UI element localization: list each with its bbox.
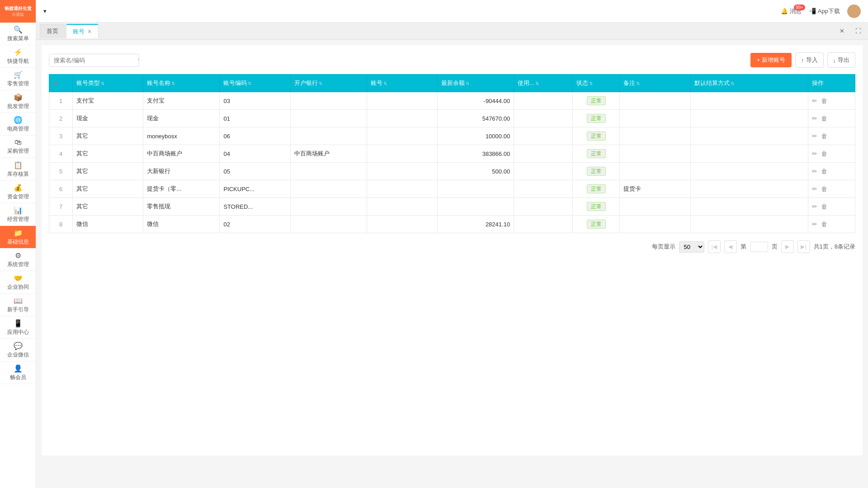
row-bank (290, 198, 367, 216)
row-status: 正常 (573, 145, 620, 163)
retail-icon: 🛒 (14, 70, 23, 79)
header-right: 🔔 消息 99+ 📲 App下载 (781, 5, 861, 18)
status-badge: 正常 (587, 220, 606, 229)
last-page-button[interactable]: ▶| (797, 240, 810, 253)
row-usage (514, 92, 573, 110)
message-button[interactable]: 🔔 消息 99+ (781, 7, 802, 15)
row-name: 中百商场账户 (143, 145, 220, 163)
row-settlement (690, 198, 808, 216)
tab-close-all-button[interactable]: ✕ (835, 25, 848, 38)
col-balance[interactable]: 最新余额⇅ (437, 75, 514, 92)
sidebar-item-enterprise-agreement[interactable]: 🤝 企业协同 (0, 271, 36, 294)
delete-icon[interactable]: 🗑 (821, 168, 827, 175)
sidebar-item-label: 搜索菜单 (7, 35, 29, 42)
col-bank[interactable]: 开户银行⇅ (290, 75, 367, 92)
edit-icon[interactable]: ✏ (812, 97, 817, 104)
sidebar-item-finance-mgmt[interactable]: 💰 资金管理 (0, 181, 36, 203)
row-balance: -90444.00 (437, 92, 514, 110)
page-label-prefix: 第 (741, 243, 746, 251)
row-balance (437, 180, 514, 198)
row-bank (290, 216, 367, 233)
tab-close-icon[interactable]: ✕ (87, 28, 92, 35)
export-button[interactable]: ↓ 导出 (827, 52, 856, 68)
col-account[interactable]: 账号⇅ (367, 75, 437, 92)
delete-icon[interactable]: 🗑 (821, 185, 827, 192)
col-code[interactable]: 账号编码⇅ (220, 75, 290, 92)
sidebar-item-search-menu[interactable]: 🔍 搜索菜单 (0, 23, 36, 45)
tab-expand-button[interactable]: ⛶ (852, 25, 864, 38)
col-remark[interactable]: 备注⇅ (620, 75, 690, 92)
export-icon: ↓ (833, 57, 836, 64)
row-remark (620, 110, 690, 127)
edit-icon[interactable]: ✏ (812, 185, 817, 192)
delete-icon[interactable]: 🗑 (821, 203, 827, 210)
sidebar-item-inventory-mgmt[interactable]: 📋 库存核算 (0, 158, 36, 181)
delete-icon[interactable]: 🗑 (821, 115, 827, 122)
page-size-select[interactable]: 50 20 100 (679, 241, 704, 253)
row-actions: ✏ 🗑 (808, 198, 855, 216)
edit-icon[interactable]: ✏ (812, 150, 817, 157)
user-avatar[interactable] (847, 5, 861, 18)
search-icon[interactable]: 🔍 (134, 54, 139, 66)
delete-icon[interactable]: 🗑 (821, 132, 827, 140)
col-status[interactable]: 状态⇅ (573, 75, 620, 92)
delete-icon[interactable]: 🗑 (821, 221, 827, 228)
row-name: 零售抵现 (143, 198, 220, 216)
col-name[interactable]: 账号名称⇅ (143, 75, 220, 92)
edit-icon[interactable]: ✏ (812, 132, 817, 140)
row-status: 正常 (573, 198, 620, 216)
sidebar-item-quick-nav[interactable]: ⚡ 快捷导航 (0, 45, 36, 68)
page-input[interactable]: 1 (750, 242, 768, 252)
sidebar-item-member[interactable]: 👤 畅会员 (0, 361, 36, 384)
col-settings[interactable]: ⚙ (49, 75, 73, 92)
tab-account[interactable]: 账号 ✕ (66, 24, 99, 38)
import-button[interactable]: ↑ 导入 (795, 52, 824, 68)
edit-icon[interactable]: ✏ (812, 168, 817, 175)
sidebar-item-label: 企业微信 (7, 351, 29, 359)
add-account-button[interactable]: + 新增账号 (750, 53, 792, 67)
sidebar-item-new-guide[interactable]: 📖 新手引导 (0, 294, 36, 316)
sidebar-item-label: 采购管理 (7, 147, 29, 155)
status-badge: 正常 (587, 202, 606, 211)
row-remark (620, 163, 690, 180)
tab-home[interactable]: 首页 (40, 24, 65, 38)
search-input[interactable] (49, 54, 134, 66)
guide-icon: 📖 (14, 296, 23, 305)
header-dropdown[interactable]: ▾ (43, 8, 47, 14)
row-status: 正常 (573, 127, 620, 145)
row-code: PICKUPC... (220, 180, 290, 198)
edit-icon[interactable]: ✏ (812, 221, 817, 228)
row-code: 01 (220, 110, 290, 127)
col-settlement[interactable]: 默认结算方式⇅ (690, 75, 808, 92)
row-balance: 10000.00 (437, 127, 514, 145)
delete-icon[interactable]: 🗑 (821, 97, 827, 104)
sidebar-item-basic-info[interactable]: 📁 基础信息 (0, 226, 36, 249)
tab-account-label: 账号 (73, 28, 85, 36)
table-row: 4 其它 中百商场账户 04 中百商场账户 383866.00 正常 ✏ 🗑 (49, 145, 855, 163)
prev-page-button[interactable]: ◀ (724, 240, 737, 253)
col-type[interactable]: 账号类型⇅ (73, 75, 143, 92)
edit-icon[interactable]: ✏ (812, 203, 817, 210)
app-download-button[interactable]: 📲 App下载 (809, 7, 840, 15)
content-card: 🔍 + 新增账号 ↑ 导入 ↓ 导出 (42, 45, 863, 455)
sidebar-item-wholesale-mgmt[interactable]: 📦 批发管理 (0, 90, 36, 113)
first-page-button[interactable]: |◀ (708, 240, 721, 253)
logo-sub: 乐通版 (12, 12, 24, 18)
tab-bar: 首页 账号 ✕ ✕ ⛶ (36, 23, 868, 40)
col-usage[interactable]: 使用...⇅ (514, 75, 573, 92)
next-page-button[interactable]: ▶ (781, 240, 794, 253)
sidebar-item-ecommerce-mgmt[interactable]: 🌐 电商管理 (0, 113, 36, 136)
row-code: 02 (220, 216, 290, 233)
app-center-icon: 📱 (14, 319, 23, 328)
sidebar-item-purchase-mgmt[interactable]: 🛍 采购管理 (0, 136, 36, 158)
settings-icon: ⚙ (53, 80, 58, 87)
sidebar-item-operation-mgmt[interactable]: 📊 经营管理 (0, 203, 36, 226)
sidebar-item-label: 基础信息 (7, 238, 29, 246)
sidebar-item-enterprise-wechat[interactable]: 💬 企业微信 (0, 339, 36, 361)
row-settlement (690, 110, 808, 127)
sidebar-item-system-mgmt[interactable]: ⚙ 系统管理 (0, 249, 36, 271)
edit-icon[interactable]: ✏ (812, 115, 817, 122)
delete-icon[interactable]: 🗑 (821, 150, 827, 157)
sidebar-item-app-center[interactable]: 📱 应用中心 (0, 316, 36, 339)
sidebar-item-retail-mgmt[interactable]: 🛒 零售管理 (0, 68, 36, 90)
